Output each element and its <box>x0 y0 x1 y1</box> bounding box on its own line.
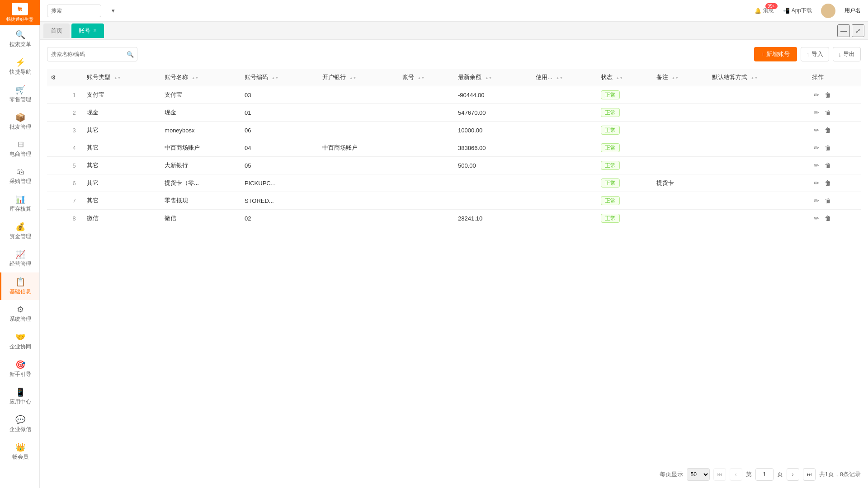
account-table: ⚙ 账号类型 ▲▼ 账号名称 ▲▼ 账号编码 ▲▼ 开户银行 ▲▼ 账号 ▲▼ … <box>47 69 861 227</box>
row-type: 其它 <box>83 122 161 139</box>
row-settings <box>47 122 65 139</box>
row-account <box>399 157 454 174</box>
notification-badge: 99+ <box>765 3 778 9</box>
sidebar-item-app-center[interactable]: 📱 应用中心 <box>0 383 39 410</box>
add-account-button[interactable]: + 新增账号 <box>754 47 797 61</box>
sidebar-item-purchase-mgmt[interactable]: 🛍 采购管理 <box>0 163 39 190</box>
sidebar-item-operation-mgmt[interactable]: 📈 经营管理 <box>0 245 39 272</box>
top-search-input[interactable] <box>47 5 101 17</box>
user-avatar[interactable] <box>821 4 835 18</box>
page-size-select[interactable]: 50 100 200 <box>687 468 710 481</box>
row-remark <box>653 86 708 104</box>
sidebar-item-label: 系统管理 <box>9 315 31 323</box>
row-usage <box>532 122 597 139</box>
delete-button[interactable]: 🗑 <box>825 179 831 187</box>
top-header-left: ▾ <box>47 5 119 17</box>
th-code[interactable]: 账号编码 ▲▼ <box>241 69 319 86</box>
sidebar-item-wholesale-mgmt[interactable]: 📦 批发管理 <box>0 108 39 136</box>
edit-button[interactable]: ✏ <box>814 179 819 187</box>
th-account[interactable]: 账号 ▲▼ <box>399 69 454 86</box>
sidebar-item-enterprise-agreement[interactable]: 🤝 企业协同 <box>0 328 39 355</box>
th-name[interactable]: 账号名称 ▲▼ <box>161 69 241 86</box>
edit-button[interactable]: ✏ <box>814 109 819 116</box>
sidebar-item-beginner-guide[interactable]: 🎯 新手引导 <box>0 355 39 383</box>
th-default-settlement[interactable]: 默认结算方式 ▲▼ <box>708 69 808 86</box>
export-button[interactable]: ↓ 导出 <box>833 47 861 61</box>
row-actions: ✏ 🗑 <box>808 104 861 122</box>
delete-button[interactable]: 🗑 <box>825 197 831 204</box>
table-row: 2 现金 现金 01 547670.00 正常 ✏ 🗑 <box>47 104 861 122</box>
edit-button[interactable]: ✏ <box>814 215 819 222</box>
page-input[interactable] <box>755 468 774 481</box>
row-account <box>399 139 454 157</box>
first-page-button[interactable]: ⏮ <box>713 468 726 481</box>
row-default-settlement <box>708 122 808 139</box>
th-action: 操作 <box>808 69 861 86</box>
sidebar: 畅 畅捷通好生意 🔍 搜索菜单 ⚡ 快捷导航 🛒 零售管理 📦 批发管理 🖥 电… <box>0 0 40 488</box>
wechat-icon: 💬 <box>15 415 25 425</box>
enterprise-icon: 🤝 <box>15 332 25 342</box>
edit-button[interactable]: ✏ <box>814 91 819 99</box>
th-bank[interactable]: 开户银行 ▲▼ <box>319 69 399 86</box>
sidebar-item-label: 企业微信 <box>9 426 31 433</box>
minimize-button[interactable]: — <box>837 24 850 37</box>
page-size-label: 每页显示 <box>660 470 683 479</box>
edit-button[interactable]: ✏ <box>814 144 819 151</box>
sidebar-item-member[interactable]: 👑 畅会员 <box>0 438 39 465</box>
edit-button[interactable]: ✏ <box>814 162 819 169</box>
row-code: 06 <box>241 122 319 139</box>
row-balance <box>454 174 532 192</box>
sidebar-item-label: 电商管理 <box>9 150 31 158</box>
row-account <box>399 174 454 192</box>
delete-button[interactable]: 🗑 <box>825 109 831 116</box>
th-status[interactable]: 状态 ▲▼ <box>597 69 653 86</box>
guide-icon: 🎯 <box>15 360 25 370</box>
th-remark[interactable]: 备注 ▲▼ <box>653 69 708 86</box>
notification-button[interactable]: 🔔 消息 99+ <box>755 7 774 14</box>
maximize-button[interactable]: ⤢ <box>852 24 864 37</box>
tab-home[interactable]: 首页 <box>43 23 70 38</box>
sidebar-item-label: 零售管理 <box>9 96 31 103</box>
import-button[interactable]: ↑ 导入 <box>801 47 829 61</box>
import-icon: ↑ <box>807 51 810 58</box>
row-bank <box>319 210 399 227</box>
delete-button[interactable]: 🗑 <box>825 144 831 151</box>
th-settings[interactable]: ⚙ <box>47 69 65 86</box>
th-balance[interactable]: 最新余额 ▲▼ <box>454 69 532 86</box>
sidebar-item-enterprise-wechat[interactable]: 💬 企业微信 <box>0 410 39 438</box>
dropdown-button[interactable]: ▾ <box>107 5 119 17</box>
row-remark: 提货卡 <box>653 174 708 192</box>
delete-button[interactable]: 🗑 <box>825 215 831 222</box>
sidebar-item-inventory[interactable]: 📊 库存核算 <box>0 190 39 217</box>
row-actions: ✏ 🗑 <box>808 139 861 157</box>
sidebar-item-search-menu[interactable]: 🔍 搜索菜单 <box>0 25 39 53</box>
row-name: 零售抵现 <box>161 192 241 210</box>
search-input[interactable] <box>47 47 137 61</box>
th-usage[interactable]: 使用... ▲▼ <box>532 69 597 86</box>
app-download-button[interactable]: 📲 App下载 <box>783 7 812 14</box>
app-center-icon: 📱 <box>15 387 25 397</box>
retail-icon: 🛒 <box>15 85 25 95</box>
edit-button[interactable]: ✏ <box>814 127 819 134</box>
tab-account[interactable]: 账号 ✕ <box>71 23 104 38</box>
search-icon[interactable]: 🔍 <box>127 51 134 58</box>
sidebar-item-quick-nav[interactable]: ⚡ 快捷导航 <box>0 53 39 80</box>
last-page-button[interactable]: ⏭ <box>803 468 816 481</box>
sidebar-item-ecommerce-mgmt[interactable]: 🖥 电商管理 <box>0 136 39 163</box>
tab-account-close[interactable]: ✕ <box>93 28 97 33</box>
delete-button[interactable]: 🗑 <box>825 91 831 99</box>
sidebar-item-system-mgmt[interactable]: ⚙ 系统管理 <box>0 300 39 328</box>
sidebar-item-capital-mgmt[interactable]: 💰 资金管理 <box>0 217 39 245</box>
table-row: 3 其它 moneybosx 06 10000.00 正常 ✏ 🗑 <box>47 122 861 139</box>
delete-button[interactable]: 🗑 <box>825 127 831 134</box>
th-type[interactable]: 账号类型 ▲▼ <box>83 69 161 86</box>
sidebar-item-retail-mgmt[interactable]: 🛒 零售管理 <box>0 80 39 108</box>
purchase-icon: 🛍 <box>16 167 24 177</box>
edit-button[interactable]: ✏ <box>814 197 819 204</box>
next-page-button[interactable]: › <box>787 468 799 481</box>
row-settings <box>47 192 65 210</box>
sidebar-item-basic-info[interactable]: 📋 基础信息 <box>0 272 39 300</box>
prev-page-button[interactable]: ‹ <box>730 468 742 481</box>
delete-button[interactable]: 🗑 <box>825 162 831 169</box>
sidebar-item-label: 经营管理 <box>9 260 31 268</box>
